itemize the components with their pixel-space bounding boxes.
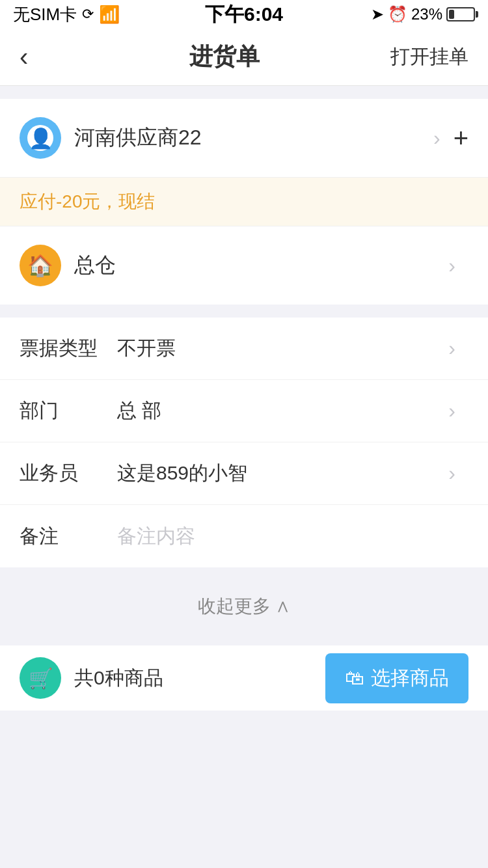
add-supplier-button[interactable]: + <box>454 124 468 153</box>
remark-input[interactable]: 备注内容 <box>111 523 468 550</box>
warehouse-icon: 🏠 <box>20 245 61 286</box>
form-section: 票据类型 不开票 › 部门 总 部 › 业务员 这是859的小智 › 备注 备注… <box>0 318 488 567</box>
sales-row[interactable]: 业务员 这是859的小智 › <box>0 442 488 505</box>
remark-label: 备注 <box>20 523 111 550</box>
section-divider-1 <box>0 86 488 99</box>
sales-label: 业务员 <box>20 460 111 487</box>
house-icon: 🏠 <box>27 253 53 278</box>
status-right: ➤ ⏰ 23% <box>371 5 475 23</box>
battery-icon <box>446 7 475 21</box>
location-icon: ➤ <box>371 5 384 23</box>
avatar-inner: 👤 <box>27 125 53 151</box>
chevron-right-icon: › <box>433 126 441 150</box>
warehouse-chevron-icon: › <box>448 254 455 278</box>
person-icon: 👤 <box>29 127 53 150</box>
dept-chevron-icon: › <box>448 399 455 423</box>
dept-value: 总 部 <box>111 398 448 424</box>
notice-banner: 应付-20元，现结 <box>0 178 488 226</box>
remark-row[interactable]: 备注 备注内容 <box>0 505 488 567</box>
department-row[interactable]: 部门 总 部 › <box>0 380 488 442</box>
wifi-icon: ⟳ <box>82 6 94 23</box>
page-title: 进货单 <box>189 41 260 73</box>
invoice-chevron-icon: › <box>448 336 455 360</box>
back-button[interactable]: ‹ <box>20 42 59 72</box>
collapse-toggle[interactable]: 收起更多 ∧ <box>0 580 488 632</box>
warehouse-name: 总仓 <box>74 251 448 280</box>
warehouse-row[interactable]: 🏠 总仓 › <box>0 226 488 305</box>
product-section: 🛒 共0种商品 🛍 选择商品 <box>0 645 488 711</box>
select-product-button[interactable]: 🛍 选择商品 <box>325 653 468 703</box>
wifi-signal: 📶 <box>99 5 120 25</box>
sales-chevron-icon: › <box>448 461 455 485</box>
product-count: 共0种商品 <box>74 665 325 692</box>
invoice-value: 不开票 <box>111 335 448 362</box>
supplier-section: 👤 河南供应商22 › + 应付-20元，现结 🏠 总仓 › <box>0 99 488 305</box>
alarm-icon: ⏰ <box>388 5 407 23</box>
select-product-label: 选择商品 <box>371 665 449 692</box>
dept-label: 部门 <box>20 398 111 424</box>
status-time: 下午6:04 <box>205 1 283 28</box>
sales-value: 这是859的小智 <box>111 460 448 487</box>
battery-percent: 23% <box>411 5 442 23</box>
invoice-label: 票据类型 <box>20 335 111 362</box>
cart-icon: 🛒 <box>29 667 53 690</box>
supplier-avatar: 👤 <box>20 117 61 159</box>
bottom-area <box>0 711 488 868</box>
product-icon: 🛒 <box>20 657 61 699</box>
select-product-icon: 🛍 <box>345 667 364 689</box>
supplier-name: 河南供应商22 <box>74 124 433 152</box>
status-carrier: 无SIM卡 ⟳ 📶 <box>13 3 120 26</box>
open-pending-button[interactable]: 打开挂单 <box>390 44 468 70</box>
invoice-row[interactable]: 票据类型 不开票 › <box>0 318 488 380</box>
nav-bar: ‹ 进货单 打开挂单 <box>0 29 488 86</box>
status-bar: 无SIM卡 ⟳ 📶 下午6:04 ➤ ⏰ 23% <box>0 0 488 29</box>
supplier-row[interactable]: 👤 河南供应商22 › + <box>0 99 488 178</box>
